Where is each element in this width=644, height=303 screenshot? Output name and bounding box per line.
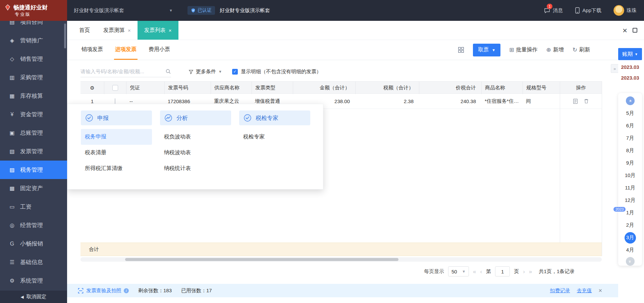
tab-invoice-calc[interactable]: 发票测算×: [97, 21, 138, 40]
account-period-button[interactable]: 账期 ▼: [618, 48, 642, 60]
refresh-button[interactable]: ↻ 刷新: [573, 46, 590, 53]
popup-item[interactable]: 纳税波动表: [160, 145, 231, 161]
tax-menu-popup: 申报税务申报税表清册所得税汇算清缴分析税负波动表纳税波动表纳税统计表税检专家税检…: [67, 104, 323, 189]
month-item[interactable]: 5月: [618, 107, 642, 120]
tab-home-label: 首页: [79, 27, 90, 34]
month-item[interactable]: 10月: [618, 169, 642, 182]
take-invoice-button[interactable]: 取票 ▼: [473, 44, 500, 56]
add-new-button[interactable]: ⊕ 新增: [546, 46, 564, 53]
panel-collapse-icon[interactable]: »: [611, 64, 618, 73]
sidebar-item-xiaochang-expense[interactable]: G小畅报销: [0, 234, 67, 253]
first-page-icon[interactable]: «: [473, 269, 476, 274]
invoice-check-link[interactable]: 发票查验及拍照: [86, 288, 121, 294]
tab-invoice-list[interactable]: 发票列表×: [138, 21, 178, 40]
info-icon[interactable]: i: [124, 288, 129, 293]
sidebar-item-inventory[interactable]: ▦库存核算: [0, 87, 67, 105]
sidebar-item-marketing[interactable]: ◈营销推广: [0, 31, 67, 50]
subtab-output-invoice[interactable]: 销项发票: [80, 40, 104, 60]
last-page-icon[interactable]: »: [529, 269, 532, 274]
month-item[interactable]: 6月: [618, 120, 642, 132]
year-badge: 2023: [613, 207, 626, 212]
page-number-input[interactable]: [495, 266, 510, 276]
card-view-toggle-icon[interactable]: [458, 47, 464, 53]
tab-home[interactable]: 首页: [72, 21, 97, 40]
project-contract-icon: ▤: [8, 21, 16, 25]
month-item[interactable]: 2月: [618, 219, 642, 231]
sidebar-item-system[interactable]: ⚙系统管理: [0, 271, 67, 290]
popup-section-title: 申报: [97, 114, 109, 122]
batch-operations-button[interactable]: ⊞ 批量操作: [509, 46, 537, 53]
popup-item[interactable]: 税表清册: [81, 145, 152, 161]
subtab-expense-receipt[interactable]: 费用小票: [148, 40, 171, 60]
prev-page-icon[interactable]: ‹: [480, 269, 482, 274]
search-input[interactable]: [80, 69, 163, 74]
subtab-input-invoice[interactable]: 进项发票: [114, 40, 138, 60]
select-all-checkbox[interactable]: [112, 85, 118, 91]
sidebar-item-invoice[interactable]: ▧发票管理: [0, 142, 67, 161]
show-detail-checkbox[interactable]: ✓: [232, 69, 238, 75]
fee-record-link[interactable]: 扣费记录: [550, 288, 570, 294]
show-detail-checkbox-wrap[interactable]: ✓ 显示明细（不包含没有明细的发票）: [232, 69, 321, 75]
scroll-months-up-icon[interactable]: »: [626, 96, 635, 105]
sidebar-item-funds[interactable]: ¥资金管理: [0, 105, 67, 124]
messages-button[interactable]: 1 消息: [544, 7, 563, 14]
month-item[interactable]: 7月: [618, 132, 642, 144]
popup-item[interactable]: 税检专家: [239, 129, 310, 145]
popup-item[interactable]: 税务申报: [81, 129, 152, 145]
generate-voucher-icon[interactable]: [573, 98, 578, 104]
account-period-panel: » 账期 ▼ 2023.03 2023.03 » 5月6月7月8月9月10月11…: [618, 40, 644, 303]
account-set-name: 好业财专业版演示帐套: [220, 7, 270, 14]
app-download-button[interactable]: App下载: [575, 7, 601, 14]
month-item[interactable]: 3月: [618, 231, 642, 244]
sidebar-item-general-ledger[interactable]: ▣总账管理: [0, 124, 67, 142]
sidebar-item-sales[interactable]: ◇销售管理: [0, 50, 67, 68]
chevron-down-icon: ▼: [169, 8, 173, 12]
popup-item[interactable]: 所得税汇算清缴: [81, 161, 152, 176]
search-icon[interactable]: [165, 69, 171, 74]
app-download-label: App下载: [582, 7, 601, 14]
month-item[interactable]: 20231月: [618, 207, 642, 219]
per-page-select[interactable]: 50 ▼: [448, 266, 469, 276]
account-set-dropdown[interactable]: 好业财专业版演示帐套 ▼: [74, 7, 173, 14]
subtab-row: 销项发票进项发票费用小票 取票 ▼ ⊞ 批量操作 ⊕ 新增: [67, 40, 618, 60]
sidebar-item-fixed-assets[interactable]: ▩固定资产: [0, 179, 67, 198]
app-root: { "colors": { "accent_blue": "#2f7cf6", …: [0, 0, 644, 303]
tab-close-icon[interactable]: ×: [169, 28, 172, 33]
tab-close-icon[interactable]: ×: [128, 28, 131, 33]
month-label: 6月: [625, 120, 636, 132]
month-item[interactable]: 4月: [618, 244, 642, 256]
month-item[interactable]: 9月: [618, 157, 642, 169]
messages-label: 消息: [553, 7, 563, 14]
cell-invoice_no: 17208386: [164, 98, 211, 104]
cell-spec: 间: [523, 98, 560, 104]
sidebar-item-salary[interactable]: ▭工资: [0, 198, 67, 216]
month-item[interactable]: 12月: [618, 194, 642, 207]
row-checkbox[interactable]: [115, 98, 115, 104]
next-page-icon[interactable]: ›: [523, 269, 525, 274]
month-item[interactable]: 8月: [618, 144, 642, 157]
column-settings-gear-icon[interactable]: ⚙: [80, 82, 104, 94]
close-bar-icon[interactable]: ×: [598, 287, 602, 294]
sidebar-item-fixed-assets-label: 固定资产: [20, 184, 43, 192]
column-header: 操作: [560, 82, 602, 94]
sidebar-item-basic-info[interactable]: ☰基础信息: [0, 253, 67, 271]
popup-item[interactable]: 纳税统计表: [160, 161, 231, 176]
horizontal-scrollbar-thumb[interactable]: [125, 258, 398, 261]
sidebar-item-tax[interactable]: ▨税务管理: [0, 161, 67, 179]
more-filters-button[interactable]: 更多条件 ▼: [189, 69, 222, 75]
sidebar-scrollbar-thumb[interactable]: [64, 24, 66, 48]
delete-icon[interactable]: [584, 98, 589, 104]
maximize-icon[interactable]: [633, 28, 637, 33]
month-item[interactable]: 11月: [618, 182, 642, 194]
scroll-months-down-icon[interactable]: »: [626, 257, 635, 266]
table-header: ⚙凭证发票号码供应商名称发票类型金额（合计）税额（合计）价税合计商品名称规格型号…: [80, 81, 602, 94]
funds-icon: ¥: [8, 112, 16, 118]
close-workspace-icon[interactable]: ×: [623, 21, 627, 40]
sidebar-unpin-button[interactable]: ◀ 取消固定: [0, 291, 67, 303]
sidebar-item-operations[interactable]: ◎经营管理: [0, 216, 67, 234]
sidebar-item-purchase[interactable]: ▥采购管理: [0, 68, 67, 87]
sidebar-item-project-contract[interactable]: ▤项目合同: [0, 21, 67, 31]
recharge-link[interactable]: 去充值: [577, 288, 592, 294]
popup-item[interactable]: 税负波动表: [160, 129, 231, 145]
user-menu[interactable]: 珠珠: [613, 5, 637, 16]
